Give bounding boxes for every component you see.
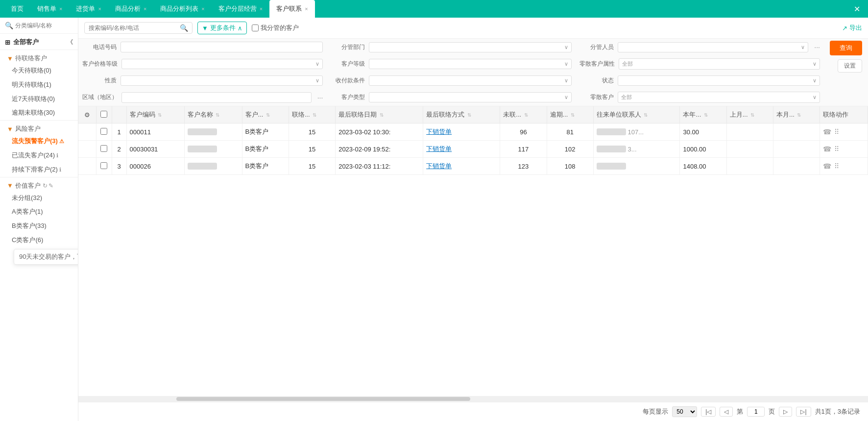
more-action-icon-2[interactable]: ⠿ bbox=[834, 145, 839, 153]
customer-level-select[interactable]: ∨ bbox=[369, 59, 571, 69]
select-all-checkbox[interactable] bbox=[100, 111, 107, 118]
tab-product-analysis-close[interactable]: × bbox=[144, 6, 146, 12]
sidebar-item-class-c[interactable]: C类客户(6) bbox=[0, 233, 78, 248]
filter-icon: ▼ bbox=[202, 25, 208, 32]
th-unit-contact[interactable]: 往来单位联系人 ⇅ bbox=[593, 106, 680, 124]
customer-table: ⚙ 客户编码 ⇅ 客户名称 ⇅ bbox=[78, 106, 868, 175]
sidebar-item-declining[interactable]: 持续下滑客户(2) ℹ bbox=[0, 163, 78, 177]
tab-product-analysis[interactable]: 商品分析 × bbox=[108, 0, 153, 18]
sidebar-item-churn-warning[interactable]: 流失预警客户(3) ⚠ bbox=[0, 134, 78, 149]
tab-home[interactable]: 首页 bbox=[4, 0, 30, 18]
sidebar-item-tomorrow[interactable]: 明天待联络(1) bbox=[0, 78, 78, 92]
status-select[interactable]: ∨ bbox=[618, 75, 820, 86]
tab-purchase[interactable]: 进货单 × bbox=[69, 0, 108, 18]
th-overdue[interactable]: 逾期... ⇅ bbox=[547, 106, 593, 124]
phone-action-icon-2[interactable]: ☎ bbox=[823, 145, 831, 153]
sidebar-item-7days[interactable]: 近7天待联络(0) bbox=[0, 92, 78, 106]
row3-checkbox[interactable] bbox=[100, 162, 107, 169]
h-scroll-bar[interactable] bbox=[78, 396, 868, 402]
my-customers-checkbox[interactable] bbox=[252, 25, 259, 31]
tab-purchase-close[interactable]: × bbox=[98, 6, 101, 12]
my-customers-toggle[interactable]: 我分管的客户 bbox=[252, 24, 299, 32]
per-page-select[interactable]: 50 20 100 bbox=[672, 406, 697, 417]
row1-checkbox[interactable] bbox=[100, 128, 107, 135]
price-level-select[interactable]: ∨ bbox=[121, 59, 323, 69]
content-area: 🔍 ▼ 更多条件 ∧ 我分管的客户 ↗ 导出 电话号码 bbox=[78, 18, 868, 421]
td-code-3[interactable]: 000026 bbox=[126, 158, 184, 175]
th-this-year[interactable]: 本年... ⇅ bbox=[680, 106, 726, 124]
search-input-wrap: 🔍 bbox=[84, 22, 193, 34]
filter-fields-grid: 电话号码 分管部门 ∨ 分管人员 ∨ ··· bbox=[78, 39, 824, 106]
window-close-btn[interactable]: ✕ bbox=[850, 4, 864, 14]
tab-sales[interactable]: 销售单 × bbox=[30, 0, 69, 18]
search-btn-icon[interactable]: 🔍 bbox=[180, 24, 188, 32]
filter-nature: 性质 ∨ bbox=[78, 73, 327, 89]
risk-customer-label[interactable]: ▼ 风险客户 bbox=[0, 123, 78, 134]
td-code-2[interactable]: 00030031 bbox=[126, 141, 184, 158]
sidebar-all-customers[interactable]: ⊞ 全部客户 《 bbox=[0, 34, 78, 50]
dept-select[interactable]: ∨ bbox=[369, 42, 571, 52]
sidebar-item-ungroup[interactable]: 未分组(32) bbox=[0, 191, 78, 205]
next-page-btn[interactable]: ▷ bbox=[779, 407, 792, 417]
more-action-icon-3[interactable]: ⠿ bbox=[834, 162, 839, 170]
more-conditions-btn[interactable]: ▼ 更多条件 ∧ bbox=[197, 22, 247, 34]
more-action-icon[interactable]: ⠿ bbox=[834, 128, 839, 136]
sidebar-item-class-a[interactable]: A类客户(1) bbox=[0, 205, 78, 219]
th-contact[interactable]: 联络... ⇅ bbox=[289, 106, 335, 124]
person-select[interactable]: ∨ bbox=[618, 42, 809, 52]
td-code-1[interactable]: 000011 bbox=[126, 124, 184, 141]
tab-customer-contact[interactable]: 客户联系 × bbox=[269, 0, 314, 18]
collapse-btn[interactable]: 《 bbox=[67, 38, 73, 47]
main-search-input[interactable] bbox=[89, 25, 177, 31]
arrow-icon-risk: ▼ bbox=[7, 125, 13, 133]
edit-icon[interactable]: ✎ bbox=[48, 182, 53, 189]
th-this-month[interactable]: 本月... ⇅ bbox=[773, 106, 820, 124]
retail-select[interactable]: 全部∨ bbox=[618, 92, 820, 103]
th-last-method[interactable]: 最后联络方式 ⇅ bbox=[423, 106, 500, 124]
last-page-btn[interactable]: ▷| bbox=[796, 407, 811, 417]
sidebar-item-lost[interactable]: 已流失客户(24) ℹ bbox=[0, 149, 78, 163]
tab-product-analysis-list-close[interactable]: × bbox=[201, 6, 204, 12]
export-btn[interactable]: ↗ 导出 bbox=[842, 24, 862, 32]
payment-select[interactable]: ∨ bbox=[369, 75, 571, 86]
th-name[interactable]: 客户名称 ⇅ bbox=[184, 106, 242, 124]
tab-customer-layers-close[interactable]: × bbox=[260, 6, 263, 12]
th-type[interactable]: 客户... ⇅ bbox=[242, 106, 289, 124]
region-dots[interactable]: ··· bbox=[317, 94, 323, 101]
first-page-btn[interactable]: |◁ bbox=[701, 407, 716, 417]
person-dots[interactable]: ··· bbox=[814, 43, 820, 51]
th-last-month[interactable]: 上月... ⇅ bbox=[726, 106, 773, 124]
sidebar-item-overdue[interactable]: 逾期未联络(30) bbox=[0, 106, 78, 120]
tab-sales-close[interactable]: × bbox=[59, 6, 62, 12]
customer-type-select[interactable]: ∨ bbox=[369, 92, 571, 102]
phone-action-icon[interactable]: ☎ bbox=[823, 128, 831, 136]
tab-customer-layers[interactable]: 客户分层经营 × bbox=[212, 0, 269, 18]
phone-action-icon-3[interactable]: ☎ bbox=[823, 162, 831, 170]
refresh-icon[interactable]: ↻ bbox=[43, 182, 48, 189]
retail-attr-select[interactable]: 全部∨ bbox=[619, 58, 820, 70]
td-last-method-2[interactable]: 下销货单 bbox=[423, 141, 500, 158]
td-last-method-3[interactable]: 下销货单 bbox=[423, 158, 500, 175]
tab-customer-contact-close[interactable]: × bbox=[305, 6, 308, 12]
query-button[interactable]: 查询 bbox=[830, 41, 862, 55]
settings-button[interactable]: 设置 bbox=[838, 59, 862, 73]
sidebar-item-today[interactable]: 今天待联络(0) bbox=[0, 64, 78, 78]
sort-year-icon: ⇅ bbox=[704, 112, 708, 118]
th-unlisted[interactable]: 未联... ⇅ bbox=[500, 106, 547, 124]
nature-select[interactable]: ∨ bbox=[121, 75, 323, 86]
row2-checkbox[interactable] bbox=[100, 145, 107, 152]
th-code[interactable]: 客户编码 ⇅ bbox=[126, 106, 184, 124]
sidebar-search-input[interactable] bbox=[15, 22, 73, 29]
region-input[interactable] bbox=[121, 92, 312, 103]
th-last-date[interactable]: 最后联络日期 ⇅ bbox=[336, 106, 423, 124]
th-settings[interactable]: ⚙ bbox=[78, 106, 96, 124]
td-last-method-1[interactable]: 下销货单 bbox=[423, 124, 500, 141]
sidebar-item-class-b[interactable]: B类客户(33) bbox=[0, 219, 78, 233]
value-customer-label[interactable]: ▼ 价值客户 ↻ ✎ bbox=[0, 179, 78, 191]
tab-product-analysis-list[interactable]: 商品分析列表 × bbox=[153, 0, 211, 18]
prev-page-btn[interactable]: ◁ bbox=[720, 407, 733, 417]
phone-input[interactable] bbox=[121, 42, 323, 52]
pending-contact-label[interactable]: ▼ 待联络客户 bbox=[0, 52, 78, 64]
h-scroll-thumb[interactable] bbox=[176, 397, 470, 401]
page-number-input[interactable] bbox=[747, 407, 765, 417]
